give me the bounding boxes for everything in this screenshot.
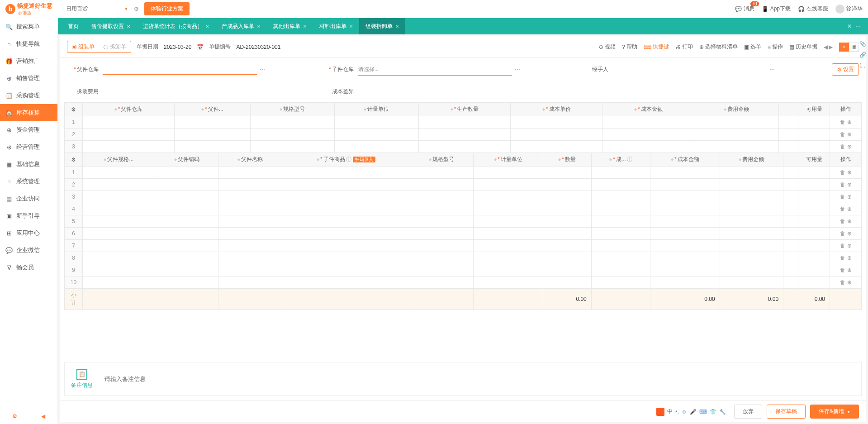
copy-icon[interactable]: ⊕ [847,194,852,200]
copy-icon[interactable]: ⊕ [847,143,852,150]
sidebar-item[interactable]: 🎁营销推广 [0,52,57,70]
cell[interactable] [591,215,650,228]
skin-icon[interactable]: 👕 [710,409,716,415]
tab-more-button[interactable]: ⋯ [855,23,861,29]
copy-icon[interactable]: ⊕ [847,206,852,212]
cell[interactable] [694,141,778,153]
list-view-button[interactable]: ≡ [839,43,849,52]
tab[interactable]: 其他出库单✕ [267,18,313,34]
parent-wh-input[interactable] [103,64,257,75]
emoji-icon[interactable]: ☺ [682,409,687,415]
cell[interactable] [175,141,251,153]
col-header[interactable]: ◆*父件仓库 [83,103,175,116]
scan-button[interactable]: 扫码录入 [353,157,375,162]
delete-icon[interactable]: 🗑 [840,181,845,188]
cell[interactable] [175,129,251,141]
cell[interactable] [650,203,720,215]
cell[interactable] [694,116,778,129]
tab-close-icon[interactable]: ✕ [303,24,307,29]
cell[interactable] [410,167,474,179]
cell[interactable] [218,215,282,228]
tab[interactable]: 售价提取设置✕ [85,18,137,34]
cell[interactable] [591,203,650,215]
cell[interactable] [650,276,720,289]
punct-icon[interactable]: •, [675,409,679,415]
cell[interactable] [543,167,591,179]
col-header[interactable]: ◆父件规格... [83,153,155,167]
delete-icon[interactable]: 🗑 [840,194,845,200]
col-header[interactable]: ◆计量单位 [334,103,418,116]
messages-link[interactable]: 💬 消息 70 [735,5,754,13]
cell[interactable] [83,141,175,153]
tab[interactable]: 首页 [62,18,85,34]
tab[interactable]: 材料出库单✕ [313,18,359,34]
col-header[interactable]: ◆*成...ⓘ [591,153,650,167]
cell[interactable] [218,179,282,191]
col-header[interactable]: ◆*成本单价 [511,103,602,116]
cell[interactable] [155,179,218,191]
cell[interactable] [650,179,720,191]
cell[interactable] [83,116,175,129]
cell[interactable] [410,264,474,276]
cell[interactable] [720,264,783,276]
cell[interactable] [591,167,650,179]
category-select[interactable]: 日用百货 ▼ [66,5,128,13]
cell[interactable] [474,264,543,276]
copy-icon[interactable]: ⊕ [847,279,852,286]
note-icon[interactable]: 📎 [859,41,866,47]
cell[interactable] [218,252,282,264]
cell[interactable] [543,276,591,289]
cell[interactable] [83,179,155,191]
cell[interactable] [650,167,720,179]
sidebar-item[interactable]: 🔍搜索菜单 [0,18,57,35]
pick-material-link[interactable]: ⊕ 选择物料清单 [699,43,738,51]
col-header[interactable]: ◆规格型号 [250,103,334,116]
col-header[interactable]: ◆*子件商品ⓘ扫码录入 [282,153,410,167]
cell[interactable] [591,179,650,191]
mic-icon[interactable]: 🎤 [690,409,697,415]
parent-wh-picker[interactable]: ⋯ [260,67,265,73]
cell[interactable] [334,141,418,153]
col-header[interactable]: ◆规格型号 [410,153,474,167]
cell[interactable] [591,240,650,252]
delete-icon[interactable]: 🗑 [840,255,845,261]
ime-icon[interactable] [656,408,664,416]
tab-close-icon[interactable]: ✕ [349,24,353,29]
copy-icon[interactable]: ⊕ [847,267,852,273]
cell[interactable] [175,116,251,129]
cell[interactable] [83,228,155,240]
cell[interactable] [474,240,543,252]
cell[interactable] [83,167,155,179]
cell[interactable] [543,215,591,228]
cell[interactable] [418,129,510,141]
cell[interactable] [418,116,510,129]
cell[interactable] [410,276,474,289]
cell[interactable] [474,228,543,240]
cell[interactable] [602,129,694,141]
cell[interactable] [543,228,591,240]
cell[interactable] [511,116,602,129]
cell[interactable] [282,203,410,215]
hotkey-link[interactable]: ⌨ 快捷键 [644,43,669,51]
lang-icon[interactable]: 中 [667,408,673,415]
save-draft-button[interactable]: 保存草稿 [767,405,806,419]
cell[interactable] [720,228,783,240]
cell[interactable] [282,228,410,240]
cell[interactable] [650,228,720,240]
cell[interactable] [650,252,720,264]
cell[interactable] [591,264,650,276]
cell[interactable] [83,240,155,252]
delete-icon[interactable]: 🗑 [840,206,845,212]
delete-icon[interactable]: 🗑 [840,169,845,176]
tab-close-icon[interactable]: ✕ [395,24,399,29]
cell[interactable] [282,264,410,276]
cell[interactable] [83,252,155,264]
cell[interactable] [282,179,410,191]
tab-close-button[interactable]: ✕ [847,23,852,29]
copy-icon[interactable]: ⊕ [847,181,852,188]
cell[interactable] [282,191,410,203]
cell[interactable] [282,215,410,228]
copy-icon[interactable]: ⊕ [847,243,852,249]
cell[interactable] [591,252,650,264]
cell[interactable] [543,203,591,215]
